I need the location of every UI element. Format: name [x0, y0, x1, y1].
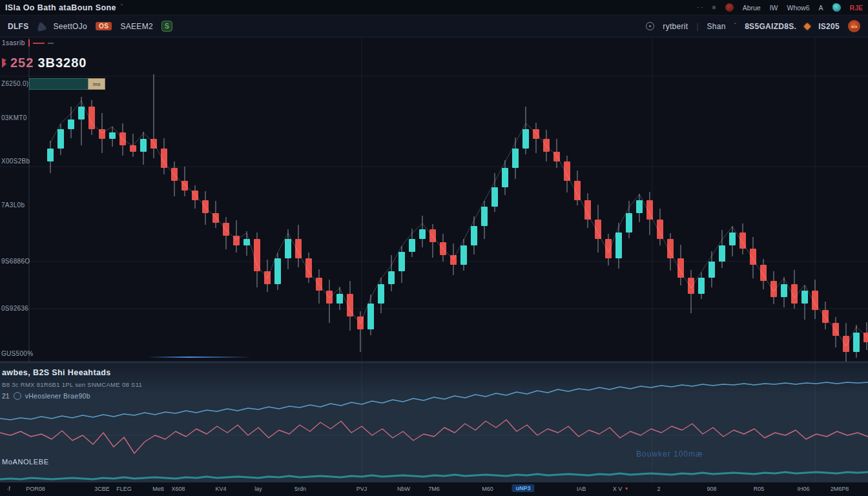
indicators-button[interactable]: SAEEM2 — [120, 22, 153, 31]
time-tick: 3CBE — [94, 486, 110, 492]
zone-price-tag: Ims — [88, 78, 105, 90]
share-button[interactable]: Shan — [707, 22, 726, 31]
legend-dim-dash-icon — [48, 43, 54, 44]
time-tick: 5rdn — [294, 486, 306, 492]
highlight-line — [147, 356, 252, 358]
time-tick: KV4 — [215, 486, 226, 492]
price-axis-label: 03KMT0 — [1, 114, 27, 121]
flame-icon — [803, 23, 811, 30]
time-axis[interactable]: ·fPOR083CBEFLEGMettX608KV4lay5rdnPVJNbW7… — [0, 482, 868, 496]
time-tick: X V — [613, 486, 623, 492]
indicator-period: 21 — [2, 392, 10, 400]
chevron-down-icon[interactable]: ˇ — [121, 4, 123, 11]
menu-item-abrue[interactable]: Abrue — [743, 4, 761, 12]
user-avatar-icon[interactable] — [646, 22, 654, 30]
price-axis-label: X00S2Bb — [1, 158, 30, 165]
alert-badge[interactable]: OS — [96, 22, 112, 30]
time-tick: lay — [254, 486, 262, 492]
candlestick-canvas[interactable] — [0, 37, 868, 362]
price-flag-icon — [2, 58, 6, 68]
price-axis-label: 9S6886O — [1, 258, 30, 265]
time-tick: POR08 — [26, 486, 45, 492]
chart-legend[interactable]: 1sasrib — [2, 39, 54, 46]
account-id-label: 8S5GAIZD8S. — [745, 22, 796, 31]
lower-baseline-line — [0, 472, 868, 479]
toolbar: DLFS SeettOJo OS SAEEM2 S rytberit | Sha… — [0, 16, 868, 37]
corner-label: RJE — [850, 4, 863, 12]
time-tick: 2M6P8 — [831, 486, 849, 492]
legend-marker-icon — [28, 39, 30, 46]
cursor-tool-icon[interactable] — [36, 22, 45, 31]
price-axis-label: 0S92636 — [1, 305, 28, 312]
indicator-panel[interactable]: awbes, B2S Shi Heeahtads B8 3c RMX 81R6B… — [0, 362, 868, 482]
mid-oscillator-line — [0, 420, 868, 453]
time-tick: 908 — [707, 486, 716, 492]
eye-icon[interactable] — [14, 392, 21, 400]
publish-button[interactable]: aca — [848, 20, 860, 32]
price-axis-label: Z6250.0) — [1, 80, 28, 87]
time-tick: 2 — [657, 486, 660, 492]
chevron-down-icon[interactable]: ˇ — [734, 23, 736, 30]
time-tick: ·f — [6, 486, 10, 492]
price-axis-label: 7A3L0b — [1, 202, 25, 209]
record-icon[interactable] — [725, 3, 734, 12]
user-menu[interactable]: rytberit — [663, 22, 688, 31]
window-title: ISla Oo Bath ataBoun Sone — [5, 3, 116, 12]
streak-count: IS205 — [818, 22, 840, 31]
watermark-label: Bouwker 100mæ — [636, 450, 703, 459]
time-tick-active: uNP3 — [512, 484, 534, 492]
titlebar: ISla Oo Bath ataBoun Sone ˇ · · ≡ Abrue … — [0, 0, 868, 16]
snapshot-icon[interactable]: S — [161, 21, 172, 32]
price-axis-label: GUS500% — [1, 350, 33, 357]
indicator-params[interactable]: 21 vHeoslener Brae90b — [2, 392, 90, 400]
menu-icon[interactable]: ≡ — [712, 4, 716, 11]
price-prefix: 252 — [10, 56, 34, 70]
price-suffix: 3B3280 — [37, 56, 87, 70]
menu-item-iw[interactable]: IW — [770, 4, 778, 12]
indicator-title: awbes, B2S Shi Heeahtads — [2, 368, 111, 377]
indicator-subtitle: B8 3c RMX 81R6B1 1PL sen SNMCAME 08 S11 — [2, 381, 142, 388]
time-tick: 7M6 — [428, 486, 440, 492]
time-tick: IH06 — [797, 486, 809, 492]
indicator-source-label: vHeoslener Brae90b — [25, 392, 90, 400]
time-tick: Mett — [152, 486, 164, 492]
menu-item-whow[interactable]: Whow6 — [787, 4, 810, 12]
indicator-side-label: MoANOLEBE — [2, 458, 49, 466]
time-tick: IAB — [577, 486, 586, 492]
last-price-readout: 252 3B3280 — [2, 56, 87, 70]
time-tick: M60 — [482, 486, 493, 492]
dots-icon[interactable]: · · — [697, 4, 703, 11]
time-tick: FLEG — [116, 486, 132, 492]
divider: | — [696, 22, 698, 31]
settings-button[interactable]: SeettOJo — [54, 22, 87, 31]
trading-app-window: ISla Oo Bath ataBoun Sone ˇ · · ≡ Abrue … — [0, 0, 868, 496]
bird-icon[interactable] — [832, 3, 841, 12]
main-chart[interactable]: 1sasrib 252 3B3280 Ims Z6250.0)03KMT0X00… — [0, 37, 868, 362]
time-tick: PVJ — [356, 486, 367, 492]
time-tick: ▾ — [625, 486, 628, 491]
time-tick: R05 — [754, 486, 765, 492]
symbol-button[interactable]: DLFS — [8, 22, 29, 31]
time-tick: NbW — [397, 486, 410, 492]
legend-dash-icon — [33, 43, 45, 44]
legend-label: 1sasrib — [2, 39, 25, 46]
menu-item-a[interactable]: A — [819, 4, 823, 12]
time-tick: X608 — [171, 486, 185, 492]
